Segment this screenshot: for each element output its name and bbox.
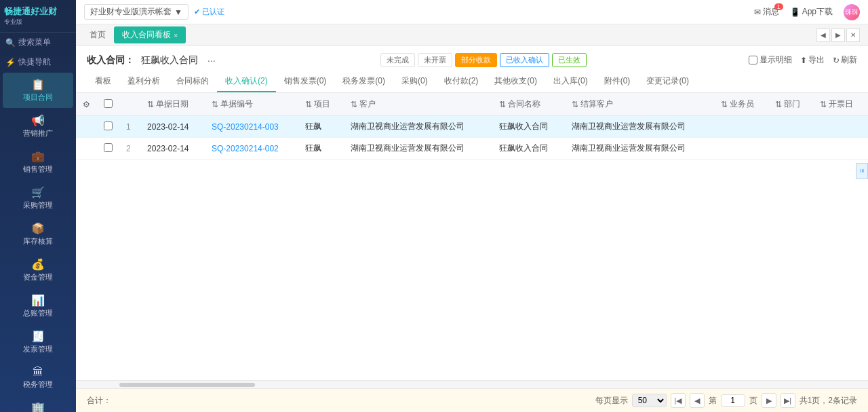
td-customer: 湖南卫视商业运营发展有限公司 bbox=[344, 116, 492, 138]
th-salesperson[interactable]: ⇅业务员 bbox=[714, 93, 768, 116]
sidebar-item-发票管理[interactable]: 🧾发票管理 bbox=[3, 324, 73, 360]
right-panel-button[interactable]: ≡ bbox=[856, 163, 868, 179]
tab-home[interactable]: 首页 bbox=[84, 29, 111, 41]
page-number-input[interactable] bbox=[721, 394, 745, 407]
status-uninvoiced-button[interactable]: 未开票 bbox=[418, 53, 452, 67]
tab-navigation: ◀ ▶ ✕ bbox=[816, 29, 860, 42]
select-all-checkbox[interactable] bbox=[104, 99, 113, 108]
th-project[interactable]: ⇅项目 bbox=[298, 93, 343, 116]
row-checkbox[interactable] bbox=[104, 143, 113, 152]
th-code-label: 单据编号 bbox=[220, 98, 253, 110]
sub-tab-10[interactable]: 附件(0) bbox=[596, 71, 639, 92]
th-checkbox[interactable] bbox=[97, 93, 119, 116]
td-num: 1 bbox=[119, 116, 140, 138]
sidebar-item-quicknav[interactable]: ⚡ 快捷导航 bbox=[0, 52, 76, 72]
td-settle: 湖南卫视商业运营发展有限公司 bbox=[565, 138, 713, 160]
sub-tab-1[interactable]: 盈利分析 bbox=[119, 71, 168, 92]
tab-close-button[interactable]: × bbox=[174, 31, 178, 39]
export-button[interactable]: ⬆ 导出 bbox=[800, 54, 825, 66]
table-row[interactable]: 2 2023-02-14 SQ-20230214-002 狂飙 湖南卫视商业运营… bbox=[76, 138, 868, 160]
sub-tab-6[interactable]: 采购(0) bbox=[393, 71, 436, 92]
status-partial-button[interactable]: 部分收款 bbox=[455, 53, 497, 67]
scroll-thumb[interactable] bbox=[119, 383, 255, 387]
sub-tab-0[interactable]: 看板 bbox=[87, 71, 119, 92]
logo-text: 畅捷通好业财 bbox=[4, 5, 72, 18]
status-active-button[interactable]: 已生效 bbox=[552, 53, 587, 67]
th-invoice-date[interactable]: ⇅开票日 bbox=[813, 93, 868, 116]
sidebar-item-search[interactable]: 🔍 搜索菜单 bbox=[0, 33, 76, 52]
sidebar-label: 库存核算 bbox=[23, 236, 53, 246]
sidebar-item-采购管理[interactable]: 🛒采购管理 bbox=[3, 181, 73, 216]
sub-tab-9[interactable]: 出入库(0) bbox=[545, 71, 596, 92]
status-incomplete-button[interactable]: 未完成 bbox=[380, 53, 415, 67]
th-dept[interactable]: ⇅部门 bbox=[768, 93, 813, 116]
horizontal-scrollbar[interactable] bbox=[76, 380, 868, 388]
app-download-button[interactable]: 📱 App下载 bbox=[790, 6, 833, 18]
td-settle: 湖南卫视商业运营发展有限公司 bbox=[565, 116, 713, 138]
sidebar-search-label: 搜索菜单 bbox=[18, 37, 51, 48]
tabbar: 首页 收入合同看板 × ◀ ▶ ✕ bbox=[76, 24, 868, 46]
sidebar-item-营销推广[interactable]: 📢营销推广 bbox=[3, 109, 73, 144]
row-checkbox[interactable] bbox=[104, 121, 113, 130]
row-code-link[interactable]: SQ-20230214-002 bbox=[212, 144, 279, 153]
show-detail-checkbox-area[interactable]: 显示明细 bbox=[749, 54, 792, 66]
sub-tab-5[interactable]: 税务发票(0) bbox=[334, 71, 393, 92]
quicknav-icon: ⚡ bbox=[5, 58, 16, 67]
th-date[interactable]: ⇅单据日期 bbox=[140, 93, 205, 116]
table-row[interactable]: 1 2023-02-14 SQ-20230214-003 狂飙 湖南卫视商业运营… bbox=[76, 116, 868, 138]
sidebar-icon: 🏢 bbox=[31, 401, 45, 412]
settings-icon[interactable]: ⚙ bbox=[83, 100, 90, 109]
sidebar-item-总账管理[interactable]: 📊总账管理 bbox=[3, 288, 73, 324]
table-container[interactable]: ⚙ ⇅单据日期 ⇅单据编号 ⇅项目 ⇅客户 ⇅合同名称 ⇅结算客户 ⇅业务员 ⇅… bbox=[76, 93, 868, 380]
refresh-button[interactable]: ↻ 刷新 bbox=[833, 54, 857, 66]
avatar: 珠珠 bbox=[844, 4, 860, 20]
sort-icon-9: ⇅ bbox=[820, 100, 827, 109]
th-contract[interactable]: ⇅合同名称 bbox=[492, 93, 565, 116]
more-options-button[interactable]: ··· bbox=[205, 55, 218, 66]
prev-page-button[interactable]: ◀ bbox=[690, 393, 705, 408]
td-code: SQ-20230214-003 bbox=[205, 116, 298, 138]
tab-contract-board[interactable]: 收入合同看板 × bbox=[114, 26, 186, 43]
sub-tab-11[interactable]: 变更记录(0) bbox=[638, 71, 697, 92]
tab-close-all-button[interactable]: ✕ bbox=[846, 29, 860, 42]
show-detail-checkbox[interactable] bbox=[749, 56, 757, 64]
th-code[interactable]: ⇅单据编号 bbox=[205, 93, 298, 116]
sort-icon-3: ⇅ bbox=[305, 100, 312, 109]
th-dept-label: 部门 bbox=[784, 98, 800, 110]
tab-next-button[interactable]: ▶ bbox=[831, 29, 845, 42]
message-button[interactable]: ✉ 1 消息 bbox=[754, 6, 779, 18]
last-page-button[interactable]: ▶| bbox=[781, 393, 795, 408]
main-area: 好业财专业版演示帐套 ▼ ✔ 已认证 ✉ 1 消息 📱 App下载 珠珠 bbox=[76, 0, 868, 412]
user-menu[interactable]: 珠珠 bbox=[844, 4, 860, 20]
th-settings[interactable]: ⚙ bbox=[76, 93, 97, 116]
page-size-select[interactable]: 50 100 200 bbox=[632, 394, 667, 407]
table-body: 1 2023-02-14 SQ-20230214-003 狂飙 湖南卫视商业运营… bbox=[76, 116, 868, 160]
row-code-link[interactable]: SQ-20230214-003 bbox=[212, 122, 279, 132]
sub-tab-8[interactable]: 其他收支(0) bbox=[486, 71, 545, 92]
sidebar-item-税务管理[interactable]: 🏛税务管理 bbox=[3, 360, 73, 395]
tab-prev-button[interactable]: ◀ bbox=[816, 29, 830, 42]
company-selector[interactable]: 好业财专业版演示帐套 ▼ bbox=[84, 4, 189, 20]
status-confirmed-button[interactable]: 已收入确认 bbox=[500, 53, 549, 67]
sidebar-item-库存核算[interactable]: 📦库存核算 bbox=[3, 217, 73, 252]
th-contract-label: 合同名称 bbox=[508, 98, 540, 110]
sidebar-item-项目合同[interactable]: 📋项目合同 bbox=[3, 73, 73, 108]
sub-tab-2[interactable]: 合同标的 bbox=[168, 71, 217, 92]
td-checkbox[interactable] bbox=[97, 116, 119, 138]
sidebar-item-资金管理[interactable]: 💰资金管理 bbox=[3, 252, 73, 288]
sidebar-item-固定资产[interactable]: 🏢固定资产 bbox=[3, 396, 73, 412]
th-settle[interactable]: ⇅结算客户 bbox=[565, 93, 713, 116]
table-footer: 合计： 每页显示 50 100 200 |◀ ◀ 第 页 ▶ ▶| 共1页，2条… bbox=[76, 388, 868, 412]
sub-tab-7[interactable]: 收付款(2) bbox=[436, 71, 487, 92]
sidebar-icon: 🛒 bbox=[31, 186, 45, 199]
sidebar-item-销售管理[interactable]: 💼销售管理 bbox=[3, 145, 73, 180]
sub-tab-3[interactable]: 收入确认(2) bbox=[217, 71, 276, 92]
td-checkbox[interactable] bbox=[97, 138, 119, 160]
message-badge: 1 bbox=[774, 3, 783, 10]
th-customer[interactable]: ⇅客户 bbox=[344, 93, 492, 116]
sub-tab-4[interactable]: 销售发票(0) bbox=[276, 71, 335, 92]
next-page-button[interactable]: ▶ bbox=[762, 393, 776, 408]
first-page-button[interactable]: |◀ bbox=[671, 393, 686, 408]
sidebar-icon: 📋 bbox=[31, 78, 45, 91]
th-customer-label: 客户 bbox=[359, 98, 376, 110]
